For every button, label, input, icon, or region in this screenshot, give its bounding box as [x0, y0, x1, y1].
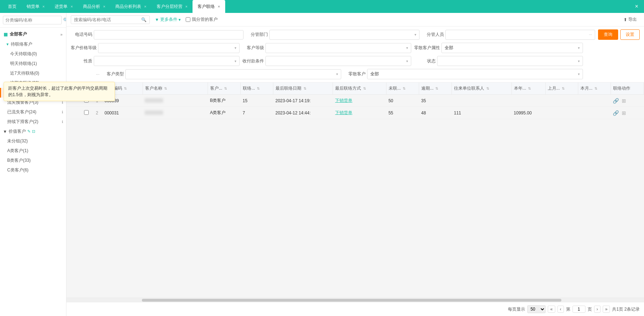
nav-customer-contact[interactable]: 客户联络 × — [193, 0, 225, 13]
this-month-sort-icon: ⇅ — [594, 86, 597, 90]
person-label: 分管人员 — [422, 32, 444, 38]
nav-product-analysis-list-close[interactable]: × — [144, 0, 146, 13]
my-customer-checkbox[interactable] — [186, 17, 190, 22]
nav-product-analysis[interactable]: 商品分析 × — [78, 0, 110, 13]
nav-customer-layers[interactable]: 客户分层经营 × — [152, 0, 193, 13]
window-close-btn[interactable]: × — [632, 3, 641, 10]
status-select[interactable]: ▾ — [437, 56, 583, 66]
dept-select[interactable]: ▾ — [269, 30, 419, 40]
person-select[interactable]: ··· — [445, 30, 595, 40]
row2-overdue: 48 — [419, 107, 452, 119]
retail-customer-select[interactable]: 全部 ▾ — [367, 69, 583, 79]
row1-name-blurred: ██████ — [145, 98, 163, 103]
setting-btn[interactable]: 设置 — [620, 29, 640, 40]
type-col-header[interactable]: 客户... ⇅ — [208, 82, 240, 95]
status-label: 状态 — [414, 58, 436, 64]
sidebar-item-a-class[interactable]: A类客户(1) — [0, 146, 66, 156]
name-col-header[interactable]: 客户名称 ⇅ — [143, 82, 208, 95]
sidebar-item-churned[interactable]: 已流失客户(24) ℹ — [0, 107, 66, 117]
table-scroll-wrapper[interactable]: ⚙ 客户编码 ⇅ 客户名称 ⇅ — [66, 82, 644, 298]
person-dots: ··· — [589, 33, 592, 37]
sidebar-item-c-class[interactable]: C类客户(6) — [0, 165, 66, 175]
next-page-btn[interactable]: › — [594, 306, 601, 313]
first-page-btn[interactable]: « — [548, 306, 555, 313]
collapse-btn[interactable]: » — [60, 32, 62, 37]
row2-last-method[interactable]: 下销货单 — [333, 107, 386, 119]
my-customer-checkbox-label[interactable]: 我分管的客户 — [186, 16, 218, 23]
sidebar-item-b-class[interactable]: B类客户(33) — [0, 156, 66, 165]
per-page-select[interactable]: 50 20 100 — [527, 305, 546, 313]
nav-product-analysis-label: 商品分析 — [83, 0, 100, 13]
nav-sales-close[interactable]: × — [42, 0, 45, 13]
sidebar-item-7days[interactable]: 近7天待联络(0) — [3, 69, 66, 78]
row2-checkbox[interactable] — [81, 107, 92, 119]
sidebar-search-input[interactable] — [3, 16, 62, 24]
last-date-col-header[interactable]: 最后联络日期 ⇅ — [273, 82, 333, 95]
query-btn[interactable]: 查询 — [598, 29, 618, 40]
row2-method-link[interactable]: 下销货单 — [335, 110, 352, 115]
more-icon[interactable]: ⊡ — [32, 129, 35, 134]
last-page-btn[interactable]: » — [603, 306, 610, 313]
row1-last-method[interactable]: 下销货单 — [333, 95, 386, 107]
cust-type-select[interactable]: ▾ — [125, 69, 341, 79]
unit-contact-col-header[interactable]: 往来单位联系人 ⇅ — [452, 82, 512, 95]
more-conditions-btn[interactable]: ▼ 更多条件 ▾ — [153, 15, 183, 24]
nature-select[interactable]: ▾ — [94, 56, 240, 66]
row2-this-year: 10995.00 — [511, 107, 545, 119]
row2-check[interactable] — [84, 110, 89, 115]
row2-link-icon[interactable]: 🔗 — [613, 110, 619, 116]
this-month-col-header[interactable]: 本月... ⇅ — [578, 82, 611, 95]
today-label: 今天待联络(0) — [10, 51, 63, 57]
overdue-col-header[interactable]: 逾期... ⇅ — [419, 82, 452, 95]
info-icon-declining: ℹ — [62, 120, 63, 124]
page-input[interactable] — [573, 306, 585, 313]
nav-product-analysis-close[interactable]: × — [103, 0, 105, 13]
sidebar-item-declining[interactable]: 持续下滑客户(2) ℹ — [0, 117, 66, 127]
row2-name: ██████ — [143, 107, 208, 119]
filter-cell-cust-type: 客户类型 ▾ — [102, 69, 341, 79]
table-row: 2 000031 ██████ A类客户 7 2023-04-12 14:44:… — [66, 107, 644, 119]
all-customers-section[interactable]: ▦ 全部客户 » — [0, 29, 66, 39]
row2-grid-icon[interactable]: ⊞ — [622, 110, 626, 116]
price-grade-select[interactable]: ▾ — [98, 43, 240, 53]
last-method-col-header[interactable]: 最后联络方式 ⇅ — [333, 82, 386, 95]
horizontal-scrollbar[interactable] — [66, 298, 644, 302]
nav-customer-layers-close[interactable]: × — [185, 0, 187, 13]
contacts-col-header[interactable]: 联络... ⇅ — [241, 82, 273, 95]
this-year-col-header[interactable]: 本年... ⇅ — [511, 82, 545, 95]
waiting-contact-title[interactable]: ▼ 待联络客户 — [3, 39, 66, 49]
nav-purchase[interactable]: 进货单 × — [50, 0, 78, 13]
unread-col-header[interactable]: 未联... ⇅ — [386, 82, 419, 95]
more-filter-dots[interactable]: ··· — [96, 72, 99, 77]
sidebar-search-btn[interactable]: 🔍 — [63, 18, 66, 23]
value-customer-group-title[interactable]: ▼ 价值客户 ✎ ⊡ — [0, 127, 66, 136]
retail-attr-select[interactable]: 全部 ▾ — [441, 43, 583, 53]
nav-home[interactable]: 首页 — [3, 0, 22, 13]
search-input[interactable] — [74, 17, 140, 22]
sidebar-item-ungrouped[interactable]: 未分组(32) — [0, 136, 66, 146]
nav-purchase-close[interactable]: × — [70, 0, 73, 13]
nav-product-analysis-list[interactable]: 商品分析列表 × — [110, 0, 151, 13]
export-btn[interactable]: ⬆ 导出 — [621, 15, 640, 24]
b-class-label: B类客户(33) — [7, 157, 63, 164]
nav-product-analysis-list-label: 商品分析列表 — [115, 0, 141, 13]
per-page-label: 每页显示 — [508, 306, 525, 312]
phone-input[interactable] — [94, 30, 244, 39]
row2-unread: 55 — [386, 107, 419, 119]
cust-grade-select[interactable]: ▾ — [265, 43, 411, 53]
last-month-col-header[interactable]: 上月... ⇅ — [545, 82, 578, 95]
nav-sales[interactable]: 销货单 × — [22, 0, 50, 13]
row1-method-link[interactable]: 下销货单 — [335, 98, 352, 103]
scrollbar-thumb[interactable] — [142, 299, 561, 302]
row2-last-month — [545, 107, 578, 119]
edit-icon[interactable]: ✎ — [27, 129, 31, 134]
row1-link-icon[interactable]: 🔗 — [613, 98, 619, 104]
nav-customer-contact-close[interactable]: × — [218, 0, 220, 13]
search-icon[interactable]: 🔍 — [141, 17, 147, 22]
prev-page-btn[interactable]: ‹ — [557, 306, 564, 313]
row1-grid-icon[interactable]: ⊞ — [622, 98, 626, 104]
name-sort-icon: ⇅ — [164, 86, 167, 90]
sidebar-item-today[interactable]: 今天待联络(0) — [3, 49, 66, 59]
sidebar-item-tomorrow[interactable]: 明天待联络(1) — [3, 59, 66, 69]
payment-select[interactable]: ▾ — [265, 56, 411, 66]
